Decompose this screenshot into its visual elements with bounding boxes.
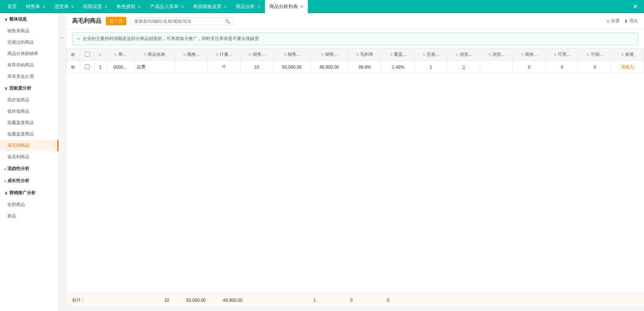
col-header-checkbox[interactable] — [80, 48, 94, 61]
sidebar-item-交易过的商品[interactable]: 交易过的商品 — [0, 37, 58, 48]
nav-close-icon[interactable]: ✕ — [71, 4, 74, 9]
share-icon: ⎋ — [607, 19, 609, 24]
row-spec — [175, 61, 208, 73]
footer-available: 0 — [360, 298, 389, 303]
footer-current-stock: 0 — [323, 298, 353, 303]
col-header-coverage[interactable]: ⇅ 覆盖... — [382, 48, 414, 61]
row-saleable: 0 — [578, 61, 611, 73]
info-text: 企业的主要的利润都是这部分商品创造的，可考虑加大推广，同时关注库存是不要出现缺货 — [83, 36, 259, 42]
col-header-gross_rate[interactable]: ⇅ 毛利率 — [348, 48, 382, 61]
row-coverage: 1.49% — [382, 61, 414, 73]
col-header-sales_profit[interactable]: ⇅ 销售... — [310, 48, 348, 61]
row-browse1[interactable]: 0 — [447, 61, 480, 73]
info-icon: ✦ — [77, 36, 80, 41]
nav-close-icon[interactable]: ✕ — [181, 4, 184, 9]
header-actions: ⎋ 分享 ⬆ 导出 — [607, 18, 638, 24]
nav-item-角色授权[interactable]: 角色授权✕ — [112, 0, 145, 13]
table-row: ⚙10000...运费个1050,000.0049,900.0099.8%1.4… — [66, 61, 644, 73]
sidebar-item-销售类商品[interactable]: 销售类商品 — [0, 25, 58, 37]
nav-close-icon[interactable]: ✕ — [300, 4, 303, 9]
main-layout: ∨整体信息销售类商品交易过的商品商品分类助销率有库存的商品库存资金占用∨贡献度分… — [0, 13, 644, 311]
chevron-right-icon: › — [4, 178, 6, 184]
sidebar-section-贡献度分析[interactable]: ∨贡献度分析 — [0, 82, 58, 94]
share-button[interactable]: ⎋ 分享 — [607, 18, 620, 24]
col-header-spec[interactable]: ⇅ 规格... — [175, 48, 208, 61]
chevron-down-icon: ∨ — [4, 86, 8, 91]
sidebar-item-有库存的商品[interactable]: 有库存的商品 — [0, 59, 58, 71]
export-button[interactable]: ⬆ 导出 — [624, 18, 638, 24]
search-icon[interactable]: 🔍 — [225, 19, 230, 24]
nav-close-icon[interactable]: ✕ — [104, 4, 108, 9]
nav-item-产成品入库单[interactable]: 产成品入库单✕ — [145, 0, 188, 13]
row-trade: 1 — [414, 61, 447, 73]
row-code: 0000... — [106, 61, 134, 73]
sidebar-section-成长性分析[interactable]: ›成长性分析 — [0, 175, 58, 187]
row-name: 运费 — [134, 61, 175, 73]
footer-sales-profit: 49,900.00 — [213, 298, 242, 303]
nav-item-进货单[interactable]: 进货单✕ — [50, 0, 79, 13]
row-available: 0 — [546, 61, 578, 73]
data-table: ⚙⇅ ⇅ 商...⇅ 商品名称⇅ 规格...⇅ 计量...⇅ 销售...⇅ 销售… — [66, 48, 644, 73]
row-current-stock: 0 — [513, 61, 546, 73]
top-nav: 首页销售单✕进货单✕权限设置✕角色授权✕产成品入库单✕单据模板设置✕商品分析✕商… — [0, 0, 644, 13]
col-header-tag[interactable]: ⇅ 标签 — [611, 48, 644, 61]
col-header-sales_amount[interactable]: ⇅ 销售... — [273, 48, 311, 61]
sidebar-section-流趋性分析[interactable]: ›流趋性分析 — [0, 163, 58, 175]
sidebar-section-整体信息[interactable]: ∨整体信息 — [0, 13, 58, 25]
sidebar-item-高覆盖度商品[interactable]: 高覆盖度商品 — [0, 117, 58, 129]
sidebar-item-低毛利商品[interactable]: 低毛利商品 — [0, 151, 58, 163]
chevron-down-icon: ∨ — [4, 191, 8, 196]
col-header-num[interactable]: ⇅ — [94, 48, 106, 61]
window-close-button[interactable]: ✕ — [630, 3, 641, 11]
content-area: 高毛利商品 近一月 🔍 ⎋ 分享 ⬆ 导出 ✦ 企业的主要的利润都是这部分商品创… — [66, 13, 644, 311]
col-header-sales_qty[interactable]: ⇅ 销售... — [240, 48, 273, 61]
col-header-unit[interactable]: ⇅ 计量... — [208, 48, 240, 61]
select-all-checkbox[interactable] — [85, 52, 90, 57]
content-header: 高毛利商品 近一月 🔍 ⎋ 分享 ⬆ 导出 — [66, 13, 644, 29]
sidebar-item-新品[interactable]: 新品 — [0, 210, 58, 222]
nav-item-单据模板设置[interactable]: 单据模板设置✕ — [188, 0, 231, 13]
row-sales-amount: 50,000.00 — [273, 61, 311, 73]
row-browse2 — [480, 61, 513, 73]
sidebar-item-高毛利商品[interactable]: 高毛利商品 — [0, 140, 58, 151]
sidebar-item-低价值商品[interactable]: 低价值商品 — [0, 106, 58, 117]
footer-label: 合计： — [72, 297, 85, 303]
row-unit: 个 — [208, 61, 240, 73]
col-header-saleable[interactable]: ⇅ 可销... — [578, 48, 611, 61]
nav-close-icon[interactable]: ✕ — [224, 4, 227, 9]
row-tag: 高收入 — [611, 61, 644, 73]
col-header-name[interactable]: ⇅ 商品名称 — [134, 48, 175, 61]
col-header-browse2[interactable]: ⇅ 浏览... — [480, 48, 513, 61]
footer-bar: 合计： 10 50,000.00 49,900.00 1 0 0 — [66, 293, 644, 307]
sidebar-item-低覆盖度商品[interactable]: 低覆盖度商品 — [0, 129, 58, 140]
nav-item-销售单[interactable]: 销售单✕ — [21, 0, 50, 13]
col-header-code[interactable]: ⇅ 商... — [106, 48, 134, 61]
table-body: ⚙10000...运费个1050,000.0049,900.0099.8%1.4… — [66, 61, 644, 73]
nav-close-icon[interactable]: ✕ — [257, 4, 260, 9]
row-settings[interactable]: ⚙ — [66, 61, 80, 73]
col-header-current_stock[interactable]: ⇅ 现有... — [513, 48, 546, 61]
nav-close-icon[interactable]: ✕ — [138, 4, 141, 9]
nav-item-首页[interactable]: 首页 — [3, 0, 21, 13]
chevron-right-icon: › — [4, 166, 6, 171]
col-header-trade[interactable]: ⇅ 交易... — [414, 48, 447, 61]
nav-close-icon[interactable]: ✕ — [42, 4, 46, 9]
nav-item-商品分析列表[interactable]: 商品分析列表✕ — [265, 0, 308, 13]
sidebar-item-高价值商品[interactable]: 高价值商品 — [0, 94, 58, 106]
row-checkbox[interactable] — [85, 64, 90, 69]
sidebar-section-营销推广分析[interactable]: ∨营销推广分析 — [0, 187, 58, 199]
col-header-settings[interactable]: ⚙ — [66, 48, 80, 61]
time-filter-button[interactable]: 近一月 — [106, 17, 126, 25]
search-input[interactable] — [134, 19, 223, 24]
sidebar-item-全部商品[interactable]: 全部商品 — [0, 199, 58, 210]
nav-item-商品分析[interactable]: 商品分析✕ — [231, 0, 265, 13]
sidebar-toggle-button[interactable]: 《 — [59, 13, 66, 311]
sidebar-item-库存资金占用[interactable]: 库存资金占用 — [0, 71, 58, 82]
sidebar-item-商品分类助销率[interactable]: 商品分类助销率 — [0, 48, 58, 59]
col-header-available[interactable]: ⇅ 可用... — [546, 48, 578, 61]
nav-item-权限设置[interactable]: 权限设置✕ — [79, 0, 112, 13]
col-header-browse1[interactable]: ⇅ 浏览... — [447, 48, 480, 61]
row-sales-qty: 10 — [240, 61, 273, 73]
scroll-bar-area — [66, 307, 644, 311]
row-sales-profit: 49,900.00 — [310, 61, 348, 73]
